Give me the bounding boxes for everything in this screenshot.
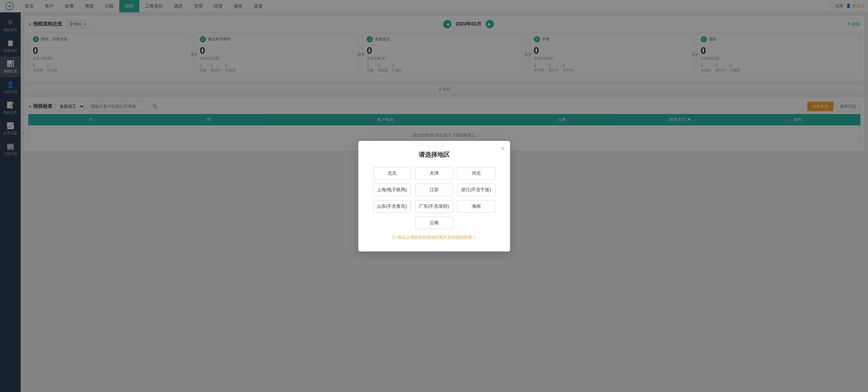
region-btn-5[interactable]: 浙江(不含宁波) bbox=[457, 184, 495, 196]
modal-title: 请选择地区 bbox=[369, 151, 499, 159]
region-btn-3[interactable]: 上海(电子税局) bbox=[373, 184, 411, 196]
region-btn-0[interactable]: 北京 bbox=[373, 167, 411, 179]
region-select-modal: × 请选择地区 北京天津河北上海(电子税局)江苏浙江(不含宁波)山东(不含青岛)… bbox=[358, 141, 510, 251]
modal-warning: ⓘ 除以上地区外其他地区暂不支持报税检查！ bbox=[369, 235, 499, 240]
region-btn-7[interactable]: 广东(不含深圳) bbox=[415, 200, 453, 213]
region-btn-9[interactable]: 云南 bbox=[415, 217, 453, 229]
region-btn-6[interactable]: 山东(不含青岛) bbox=[373, 200, 411, 213]
region-btn-2[interactable]: 河北 bbox=[457, 167, 495, 179]
modal-close-btn[interactable]: × bbox=[501, 146, 504, 152]
region-btn-8[interactable]: 海南 bbox=[457, 200, 495, 213]
warning-icon: ⓘ bbox=[392, 235, 396, 240]
region-btn-1[interactable]: 天津 bbox=[415, 167, 453, 179]
region-btn-4[interactable]: 江苏 bbox=[415, 184, 453, 196]
modal-overlay[interactable]: × 请选择地区 北京天津河北上海(电子税局)江苏浙江(不含宁波)山东(不含青岛)… bbox=[0, 0, 868, 392]
region-grid: 北京天津河北上海(电子税局)江苏浙江(不含宁波)山东(不含青岛)广东(不含深圳)… bbox=[369, 167, 499, 229]
